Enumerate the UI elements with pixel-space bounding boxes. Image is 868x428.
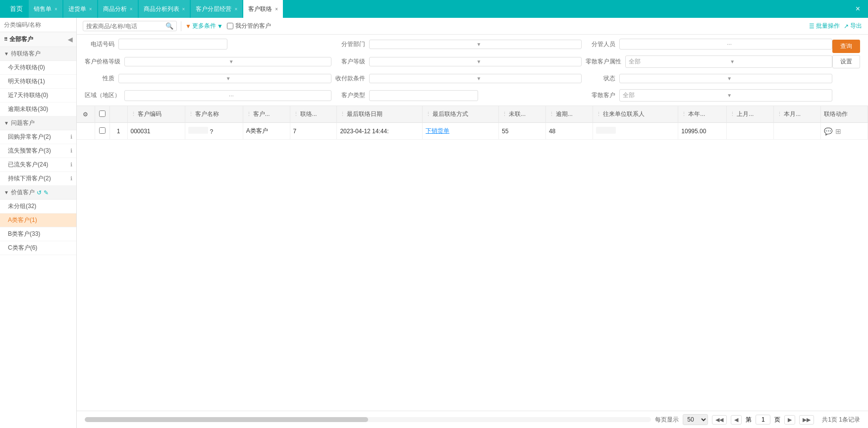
sidebar-item-declining[interactable]: 持续下滑客户(2) ℹ <box>0 172 76 186</box>
row-code-cell: 000031 <box>127 123 185 140</box>
nav-tab-analysis-list[interactable]: 商品分析列表 × <box>139 0 190 18</box>
sidebar-item-today[interactable]: 今天待联络(0) <box>0 61 76 75</box>
sidebar-item-label: 逾期未联络(30) <box>8 105 48 113</box>
sidebar-item-a-class[interactable]: A类客户(1) <box>0 214 76 227</box>
nav-tab-customer-tier[interactable]: 客户分层经营 × <box>191 0 242 18</box>
all-customers-label: 全部客户 <box>9 35 33 44</box>
nav-home[interactable]: 首页 <box>4 4 29 13</box>
close-icon[interactable]: × <box>54 6 57 12</box>
close-icon[interactable]: × <box>182 6 185 12</box>
page-number-input[interactable] <box>756 415 770 425</box>
sidebar-item-overdue[interactable]: 逾期未联络(30) <box>0 103 76 116</box>
main-search-input[interactable] <box>86 23 165 30</box>
select-all-checkbox[interactable] <box>99 110 106 117</box>
filter-retail-value: 全部 <box>623 91 725 100</box>
chevron-down-icon: ▼ <box>727 93 829 98</box>
filter-customer-level-select[interactable]: ▼ <box>369 57 582 66</box>
nav-tab-purchase[interactable]: 进货单 × <box>63 0 97 18</box>
close-icon[interactable]: × <box>130 6 133 12</box>
refresh-icon[interactable]: ↺ <box>37 189 42 196</box>
collapse-icon[interactable]: ◀ <box>68 36 72 43</box>
filter-actions: 查询 设置 <box>832 39 860 68</box>
grid-icon: ⠿ <box>4 37 7 42</box>
more-conditions-button[interactable]: ▼ 更多条件 ▼ <box>185 22 223 30</box>
nav-tab-customer-contact[interactable]: 客户联络 × <box>243 0 283 18</box>
horizontal-scrollbar[interactable] <box>85 417 651 422</box>
my-customers-filter[interactable]: 我分管的客户 <box>227 22 271 30</box>
row-last-date-cell: 2023-04-12 14:44: <box>337 123 423 140</box>
filter-divider <box>181 21 181 31</box>
filter-retail-attr-select[interactable]: 全部 ▼ <box>625 55 832 68</box>
batch-operations-button[interactable]: ☰ 批量操作 <box>809 22 840 30</box>
sidebar-item-churned[interactable]: 已流失客户(24) ℹ <box>0 158 76 172</box>
row-name-cell: ? <box>185 123 243 140</box>
sidebar-group-label: 问题客户 <box>11 119 35 127</box>
filter-dept-select[interactable]: ▼ <box>369 40 582 49</box>
chevron-down-icon: ▼ <box>730 59 829 64</box>
sidebar-item-c-class[interactable]: C类客户(6) <box>0 241 76 255</box>
nav-tab-label: 客户分层经营 <box>196 5 231 13</box>
total-records-text: 共1页 1条记录 <box>822 416 860 424</box>
main-search-icon[interactable]: 🔍 <box>165 22 173 30</box>
col-contact-label: 联络... <box>300 110 317 117</box>
sidebar-group-pending[interactable]: ▼ 待联络客户 <box>0 47 76 61</box>
sidebar-item-label: 持续下滑客户(2) <box>8 174 51 183</box>
sidebar: 🔍 ⠿ 全部客户 ◀ ▼ 待联络客户 今天待联络(0) 明天待联络(1) 近7天… <box>0 18 77 428</box>
sidebar-item-churn-warning[interactable]: 流失预警客户(3) ℹ <box>0 144 76 158</box>
sidebar-item-label: 流失预警客户(3) <box>8 147 51 155</box>
col-no-contact: ⋮未联... <box>499 106 546 123</box>
close-icon[interactable]: × <box>234 6 237 12</box>
prev-page-button[interactable]: ◀ <box>731 415 742 425</box>
nav-tab-sales[interactable]: 销售单 × <box>29 0 62 18</box>
nav-tab-analysis[interactable]: 商品分析 × <box>98 0 138 18</box>
col-contact: ⋮联络... <box>290 106 337 123</box>
filter-status-select[interactable]: ▼ <box>619 74 832 83</box>
row-check-cell <box>95 123 109 140</box>
my-customers-label: 我分管的客户 <box>235 22 271 30</box>
sidebar-group-problems[interactable]: ▼ 问题客户 <box>0 116 76 130</box>
last-page-button[interactable]: ▶▶ <box>799 415 814 425</box>
global-close-button[interactable]: × <box>852 4 864 13</box>
qr-code-icon[interactable]: ⊞ <box>835 127 841 135</box>
next-page-button[interactable]: ▶ <box>784 415 795 425</box>
filter-price-level-select[interactable]: ▼ <box>124 57 331 66</box>
col-last-date: ⋮最后联络日期 <box>337 106 423 123</box>
row-contact-cell: 7 <box>290 123 337 140</box>
close-icon[interactable]: × <box>89 6 92 12</box>
row-actions: 💬 ⊞ <box>824 127 865 135</box>
export-button[interactable]: ↗ 导出 <box>844 22 862 30</box>
sidebar-item-unclassified[interactable]: 未分组(32) <box>0 200 76 214</box>
customer-table-wrapper: ⚙ ⋮客户编码 ⋮客户名称 ⋮客户... ⋮联络... ⋮最后联络日期 ⋮最后联… <box>77 106 868 411</box>
row-checkbox[interactable] <box>99 127 106 134</box>
filter-person: 分管人员 ··· <box>586 39 832 50</box>
sidebar-item-b-class[interactable]: B类客户(33) <box>0 227 76 241</box>
close-icon[interactable]: × <box>275 6 278 12</box>
filter-retail-select[interactable]: 全部 ▼ <box>619 89 832 102</box>
filter-nature: 性质 ▼ <box>85 74 331 83</box>
sidebar-item-7days[interactable]: 近7天待联络(0) <box>0 89 76 103</box>
filter-retail-label: 零散客户 <box>586 91 615 100</box>
message-icon[interactable]: 💬 <box>824 127 832 135</box>
all-customers-header[interactable]: ⠿ 全部客户 ◀ <box>0 32 76 47</box>
filter-person-select[interactable]: ··· <box>619 39 832 50</box>
filter-customer-type-input[interactable] <box>369 90 478 101</box>
filter-nature-select[interactable]: ▼ <box>118 74 331 83</box>
edit-icon[interactable]: ✎ <box>44 189 49 196</box>
sidebar-item-repurchase-anomaly[interactable]: 回购异常客户(2) ℹ <box>0 130 76 144</box>
settings-button[interactable]: 设置 <box>832 55 860 68</box>
filter-payment-select[interactable]: ▼ <box>369 74 582 83</box>
page-size-select[interactable]: 50 100 200 <box>683 414 708 425</box>
filter-phone-input[interactable] <box>118 39 227 50</box>
sidebar-search-input[interactable] <box>4 21 77 28</box>
sidebar-item-tomorrow[interactable]: 明天待联络(1) <box>0 75 76 89</box>
sidebar-group-value[interactable]: ▼ 价值客户 ↺ ✎ <box>0 186 76 200</box>
chevron-down-icon: ▼ <box>229 59 328 64</box>
row-last-method-cell[interactable]: 下销货单 <box>423 123 499 140</box>
filter-retail-attr-label: 零散客户属性 <box>586 57 621 66</box>
col-overdue-label: 逾期... <box>556 110 573 117</box>
first-page-button[interactable]: ◀◀ <box>712 415 727 425</box>
filter-region-select[interactable]: ··· <box>124 90 331 101</box>
col-gear[interactable]: ⚙ <box>77 106 95 123</box>
my-customers-checkbox[interactable] <box>227 23 233 29</box>
query-button[interactable]: 查询 <box>832 40 860 53</box>
